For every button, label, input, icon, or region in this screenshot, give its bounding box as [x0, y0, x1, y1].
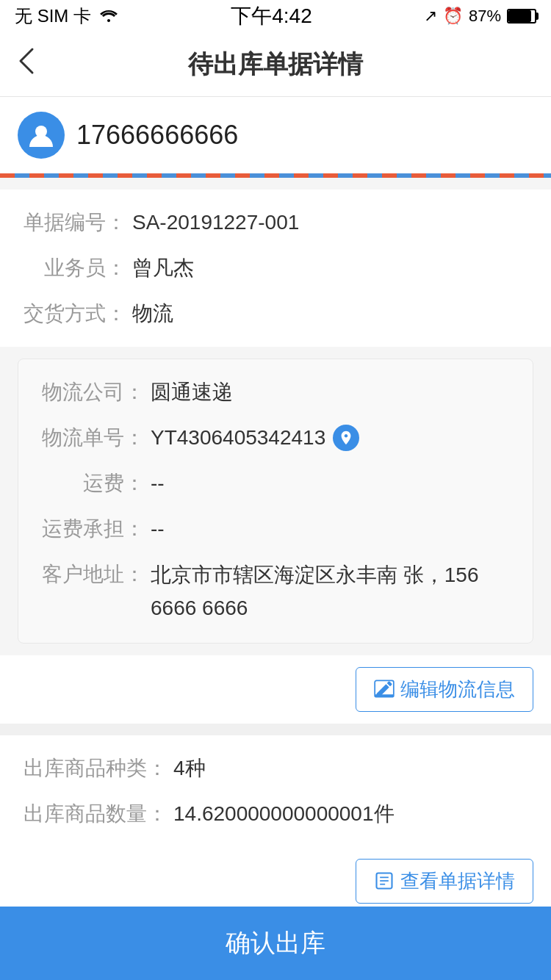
freight-bearer-row: 运费承担： --: [42, 514, 509, 544]
view-detail-container: 查看单据详情: [0, 847, 551, 915]
edit-logistics-label: 编辑物流信息: [400, 677, 515, 702]
order-no-label: 单据编号：: [24, 207, 126, 238]
tracking-no-label: 物流单号：: [42, 422, 145, 453]
edit-btn-container: 编辑物流信息: [0, 655, 551, 724]
delivery-method-value: 物流: [132, 298, 527, 329]
view-detail-label: 查看单据详情: [400, 868, 515, 894]
avatar: [18, 112, 65, 159]
page: 无 SIM 卡 下午4:42 ↗ ⏰ 87%: [0, 0, 551, 980]
status-left: 无 SIM 卡: [15, 4, 119, 28]
nav-bar: 待出库单据详情: [0, 32, 551, 97]
goods-category-value: 4种: [173, 753, 206, 784]
sales-person-row: 业务员： 曾凡杰: [24, 253, 527, 284]
freight-value: --: [151, 468, 509, 499]
customer-header: 17666666666: [0, 97, 551, 173]
wifi-icon: [98, 6, 119, 26]
logistics-card: 物流公司： 圆通速递 物流单号： YT4306405342413 运费： -- …: [18, 359, 533, 644]
order-no-row: 单据编号： SA-20191227-001: [24, 207, 527, 238]
page-title: 待出库单据详情: [188, 48, 363, 82]
address-value: 北京市市辖区海淀区永丰南 张，156 6666 6666: [151, 559, 509, 625]
goods-category-row: 出库商品种类： 4种: [24, 753, 527, 784]
sales-person-value: 曾凡杰: [132, 253, 527, 284]
status-right: ↗ ⏰ 87%: [424, 7, 536, 26]
goods-section: 出库商品种类： 4种 出库商品数量： 14.620000000000001件: [0, 735, 551, 847]
battery-text: 87%: [469, 7, 501, 26]
section-divider-1: [0, 724, 551, 735]
alarm-icon: ⏰: [443, 7, 463, 26]
order-no-value: SA-20191227-001: [132, 207, 527, 238]
carrier-text: 无 SIM 卡: [15, 4, 91, 28]
goods-quantity-label: 出库商品数量：: [24, 799, 168, 829]
status-bar: 无 SIM 卡 下午4:42 ↗ ⏰ 87%: [0, 0, 551, 32]
view-detail-button[interactable]: 查看单据详情: [356, 859, 533, 904]
freight-row: 运费： --: [42, 468, 509, 499]
goods-quantity-row: 出库商品数量： 14.620000000000001件: [24, 799, 527, 829]
tracking-no-row: 物流单号： YT4306405342413: [42, 422, 509, 453]
freight-bearer-label: 运费承担：: [42, 514, 145, 544]
address-row: 客户地址： 北京市市辖区海淀区永丰南 张，156 6666 6666: [42, 559, 509, 625]
confirm-button[interactable]: 确认出库: [0, 907, 551, 980]
tracking-no-value: YT4306405342413: [151, 422, 509, 453]
location-icon: ↗: [424, 7, 437, 26]
logistics-company-row: 物流公司： 圆通速递: [42, 377, 509, 408]
delivery-method-row: 交货方式： 物流: [24, 298, 527, 329]
goods-category-label: 出库商品种类：: [24, 753, 168, 784]
customer-phone: 17666666666: [76, 120, 238, 151]
edit-logistics-button[interactable]: 编辑物流信息: [356, 667, 533, 712]
order-info-section: 单据编号： SA-20191227-001 业务员： 曾凡杰 交货方式： 物流: [0, 190, 551, 347]
goods-quantity-value: 14.620000000000001件: [173, 799, 395, 829]
sales-person-label: 业务员：: [24, 253, 126, 284]
logistics-company-value: 圆通速递: [151, 377, 509, 408]
confirm-button-label: 确认出库: [226, 926, 325, 960]
delivery-method-label: 交货方式：: [24, 298, 126, 329]
dashed-separator: [0, 173, 551, 178]
time-text: 下午4:42: [231, 2, 312, 30]
freight-bearer-value: --: [151, 514, 509, 544]
logistics-company-label: 物流公司：: [42, 377, 145, 408]
back-button[interactable]: [18, 46, 35, 82]
battery-icon: [507, 9, 536, 24]
freight-label: 运费：: [42, 468, 145, 499]
address-label: 客户地址：: [42, 559, 145, 590]
tracking-map-icon[interactable]: [333, 425, 359, 451]
